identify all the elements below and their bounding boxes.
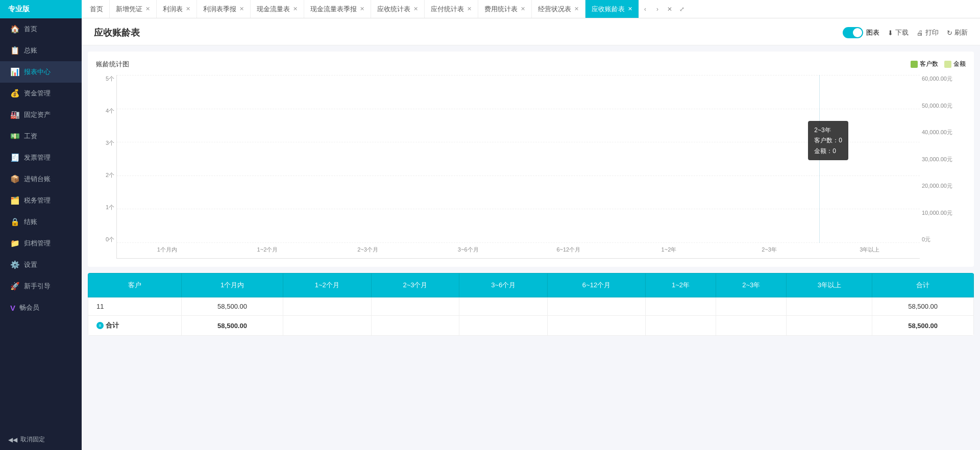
tooltip-amount: 金额：0	[814, 146, 842, 156]
total-label-text: 合计	[106, 321, 119, 330]
sidebar-item-capital[interactable]: 💰 资金管理	[0, 83, 82, 104]
total-12month	[283, 316, 371, 336]
sidebar-item-purchase[interactable]: 📦 进销台账	[0, 168, 82, 190]
tab-payable-stat[interactable]: 应付统计表 ✕	[425, 0, 478, 18]
tab-home-label: 首页	[90, 5, 103, 14]
tab-receivable-stat-label: 应收统计表	[377, 5, 410, 14]
sidebar-item-settings[interactable]: ⚙️ 设置	[0, 254, 82, 276]
legend-amount-color	[944, 61, 951, 68]
y-right-30000: 30,000.00元	[922, 156, 952, 163]
tab-cashflow-quarter-label: 现金流量表季报	[310, 5, 357, 14]
chart-toggle[interactable]	[843, 27, 863, 38]
chart-section: 账龄统计图 客户数 金额 5个 4个 3个 2个 1个	[88, 52, 974, 267]
y-right-40000: 40,000.00元	[922, 129, 952, 136]
sidebar-item-label: 畅会员	[19, 303, 39, 312]
row-612month	[548, 297, 646, 316]
print-label: 打印	[925, 28, 939, 37]
chart-toggle-wrapper: 图表	[843, 27, 879, 38]
row-total: 58,500.00	[872, 297, 974, 316]
sidebar-item-guide[interactable]: 🚀 新手引导	[0, 276, 82, 297]
row-1month: 58,500.00	[182, 297, 283, 316]
tab-voucher[interactable]: 新增凭证 ✕	[110, 0, 157, 18]
tab-home[interactable]: 首页	[84, 0, 110, 18]
row-12month	[283, 297, 371, 316]
tab-bar: 首页 新增凭证 ✕ 利润表 ✕ 利润表季报 ✕ 现金流量表 ✕ 现金流量表季报 …	[82, 0, 980, 18]
col-customer: 客户	[88, 273, 182, 297]
sidebar-item-invoice[interactable]: 🧾 发票管理	[0, 147, 82, 168]
row-23month	[371, 297, 459, 316]
y-right-20000: 20,000.00元	[922, 182, 952, 190]
unpin-button[interactable]: ◀◀ 取消固定	[0, 429, 82, 450]
download-button[interactable]: ⬇ 下载	[888, 28, 909, 37]
y-left-1: 1个	[106, 204, 114, 211]
print-button[interactable]: 🖨 打印	[917, 28, 939, 37]
refresh-icon: ↻	[947, 29, 952, 37]
col-12year: 1~2年	[645, 273, 716, 297]
sidebar-item-label: 工资	[24, 132, 37, 141]
assets-icon: 🏭	[10, 110, 20, 119]
tab-aging-label: 应收账龄表	[592, 5, 625, 14]
legend-customers-color	[911, 61, 918, 68]
tab-nav-prev[interactable]: ‹	[639, 3, 651, 15]
tab-operation[interactable]: 经营状况表 ✕	[532, 0, 585, 18]
x-label-1month: 1个月内	[117, 243, 217, 258]
chart-legend: 客户数 金额	[911, 60, 966, 68]
chart-container: 5个 4个 3个 2个 1个 0个	[96, 75, 966, 259]
tab-cashflow-close[interactable]: ✕	[293, 6, 298, 12]
tab-operation-label: 经营状况表	[538, 5, 571, 14]
sidebar-item-close[interactable]: 🔒 结账	[0, 211, 82, 233]
total-23month	[371, 316, 459, 336]
tab-aging[interactable]: 应收账龄表 ✕	[585, 0, 639, 18]
tab-expand[interactable]: ⤢	[676, 3, 688, 15]
tab-operation-close[interactable]: ✕	[574, 6, 579, 12]
sidebar-item-reports[interactable]: 📊 报表中心	[0, 61, 82, 83]
total-3plus	[787, 316, 872, 336]
row-12year	[645, 297, 716, 316]
tab-profit-quarter[interactable]: 利润表季报 ✕	[197, 0, 251, 18]
y-left-3: 3个	[106, 139, 114, 147]
print-icon: 🖨	[917, 29, 923, 37]
x-label-12month: 1~2个月	[217, 243, 318, 258]
sidebar-item-home[interactable]: 🏠 首页	[0, 18, 82, 40]
y-right-60000: 60,000.00元	[922, 75, 952, 83]
total-23year	[716, 316, 787, 336]
tab-receivable-stat[interactable]: 应收统计表 ✕	[371, 0, 425, 18]
sidebar: 专业版 🏠 首页 📋 总账 📊 报表中心 💰 资金管理 🏭 固定资产 💵 工资 …	[0, 0, 82, 450]
row-3plus	[787, 297, 872, 316]
sidebar-item-label: 归档管理	[24, 239, 51, 248]
tab-expense-stat-close[interactable]: ✕	[521, 6, 525, 12]
page-title: 应收账龄表	[94, 27, 140, 39]
refresh-button[interactable]: ↻ 刷新	[947, 28, 968, 37]
unpin-label: 取消固定	[20, 435, 45, 444]
tab-receivable-stat-close[interactable]: ✕	[413, 6, 418, 12]
download-label: 下载	[895, 28, 909, 37]
tab-profit-close[interactable]: ✕	[186, 6, 190, 12]
sidebar-item-ledger[interactable]: 📋 总账	[0, 40, 82, 61]
total-label-cell: ≡ 合计	[88, 316, 182, 336]
sidebar-item-label: 首页	[24, 24, 37, 34]
sidebar-item-vip[interactable]: V 畅会员	[0, 297, 82, 318]
tab-payable-stat-close[interactable]: ✕	[467, 6, 472, 12]
tab-profit-quarter-close[interactable]: ✕	[239, 6, 244, 12]
legend-amount: 金额	[944, 60, 966, 68]
col-23year: 2~3年	[716, 273, 787, 297]
chart-title: 账龄统计图	[96, 60, 966, 69]
page-header: 应收账龄表 图表 ⬇ 下载 🖨 打印 ↻ 刷新	[82, 18, 980, 45]
sidebar-item-tax[interactable]: 🗂️ 税务管理	[0, 190, 82, 211]
col-12month: 1~2个月	[283, 273, 371, 297]
tab-aging-close[interactable]: ✕	[628, 6, 632, 12]
tab-voucher-close[interactable]: ✕	[145, 6, 150, 12]
tab-cashflow-quarter-close[interactable]: ✕	[360, 6, 364, 12]
sidebar-item-assets[interactable]: 🏭 固定资产	[0, 104, 82, 126]
tab-expense-stat[interactable]: 费用统计表 ✕	[478, 0, 532, 18]
sidebar-item-salary[interactable]: 💵 工资	[0, 126, 82, 147]
y-right-10000: 10,000.00元	[922, 209, 952, 217]
tab-close-all[interactable]: ✕	[664, 3, 676, 15]
x-labels: 1个月内 1~2个月 2~3个月 3~6个月 6~12个月 1~2年 2~3年 …	[117, 243, 920, 258]
sidebar-item-archive[interactable]: 📁 归档管理	[0, 233, 82, 254]
tab-profit[interactable]: 利润表 ✕	[157, 0, 197, 18]
tab-cashflow-quarter[interactable]: 现金流量表季报 ✕	[304, 0, 371, 18]
tab-cashflow[interactable]: 现金流量表 ✕	[251, 0, 304, 18]
tab-nav-next[interactable]: ›	[651, 3, 664, 15]
guide-icon: 🚀	[10, 282, 20, 291]
